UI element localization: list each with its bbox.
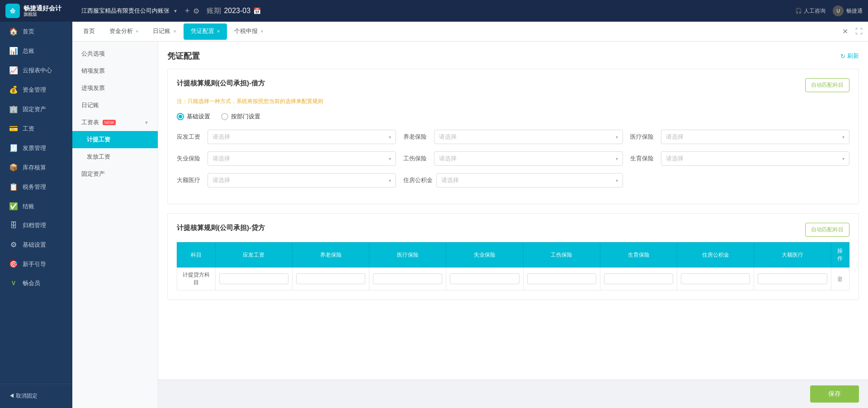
sidebar-item-guide[interactable]: 🎯 新手引导 [0,254,72,274]
tab-journal[interactable]: 日记账 × [146,23,183,40]
sidebar-label-guide: 新手引导 [23,260,46,268]
app-logo: 会 畅捷通好会计 旗舰版 [5,4,78,18]
sidebar-item-settings[interactable]: ⚙ 基础设置 [0,235,72,254]
maternity-label: 生育保险 [630,155,657,163]
row-major-medical-input[interactable] [758,273,827,284]
pension-select[interactable]: 请选择 ▾ [434,130,623,144]
sidebar-item-inventory[interactable]: 📦 库存核算 [0,158,72,177]
sidebar-item-invoice[interactable]: 🧾 发票管理 [0,138,72,158]
debit-section-note: 注：只能选择一种方式，系统将按照您当前的选择来配置规则 [177,98,849,105]
settings-nav-icon: ⚙ [9,240,18,249]
settings-icon[interactable]: ⚙ [193,7,199,15]
sidebar-item-reports[interactable]: 📈 云报表中心 [0,61,72,80]
sidebar-label-ledger: 总账 [23,47,34,55]
tab-tax-close[interactable]: × [260,28,263,34]
refresh-button[interactable]: ↻ 刷新 [840,52,859,60]
row-unemployment-input[interactable] [450,273,519,284]
calendar-icon[interactable]: 📅 [253,7,261,14]
gross-salary-arrow: ▾ [389,135,391,140]
row-injury-input[interactable] [527,273,596,284]
left-nav-payroll-pay[interactable]: 发放工资 [72,148,158,165]
app-edition: 旗舰版 [24,12,61,17]
salary-icon: 💳 [9,124,18,133]
guide-icon: 🎯 [9,260,18,268]
sidebar-item-salary[interactable]: 💳 工资 [0,119,72,138]
major-medical-placeholder: 请选择 [212,176,230,184]
row-gross-input[interactable] [219,273,288,284]
sidebar-item-assets[interactable]: 🏢 固定资产 [0,99,72,119]
left-nav-journal[interactable]: 日记账 [72,97,158,114]
left-nav-salary-table[interactable]: 工资表 NEW ▼ [72,114,158,131]
row-maternity-input[interactable] [604,273,673,284]
app-name: 畅捷通好会计 [24,5,61,12]
radio-basic-settings[interactable]: 基础设置 [177,113,210,121]
debit-form-row-3: 大额医疗 请选择 ▾ 住房公积金 请选择 ▾ [177,173,849,188]
left-nav-payroll-accrual-label: 计提工资 [87,136,110,144]
row-unemployment-input-cell [446,267,523,291]
tab-expand-icon[interactable]: ⛶ [854,26,864,38]
tab-voucher-config[interactable]: 凭证配置 × [184,23,227,40]
sidebar-label-invoice: 发票管理 [23,144,46,152]
add-account-btn[interactable]: + [185,6,190,16]
left-nav-fixed-assets[interactable]: 固定资产 [72,165,158,183]
sidebar-item-settle[interactable]: ✅ 结账 [0,197,72,216]
left-nav-payroll-accrual[interactable]: 计提工资 [72,131,158,148]
unemployment-select[interactable]: 请选择 ▾ [208,151,396,166]
col-unemployment: 失业保险 [446,243,523,267]
unpin-button[interactable]: ◀ 取消固定 [0,389,72,403]
major-medical-select[interactable]: 请选择 ▾ [208,173,396,188]
tab-fund-analysis[interactable]: 资金分析 × [102,23,146,40]
injury-select[interactable]: 请选择 ▾ [434,151,623,166]
tab-voucher-close[interactable]: × [217,28,220,34]
left-nav: 公共选项 销项发票 进项发票 日记账 工资表 NEW ▼ [72,42,158,408]
housing-fund-placeholder: 请选择 [441,176,459,184]
row-pension-input[interactable] [296,273,365,284]
unemployment-arrow: ▾ [389,156,391,161]
medical-select[interactable]: 请选择 ▾ [661,130,849,144]
table-row: 计提贷方科目 🗑 [177,267,849,291]
sidebar-item-funds[interactable]: 💰 资金管理 [0,80,72,99]
delete-row-button[interactable]: 🗑 [837,275,843,282]
sidebar-item-archive[interactable]: 🗄 归档管理 [0,216,72,235]
row-housing-input[interactable] [681,273,750,284]
injury-label: 工伤保险 [403,155,430,163]
row-medical-input[interactable] [373,273,442,284]
left-nav-salary-table-label: 工资表 [81,118,99,127]
maternity-select[interactable]: 请选择 ▾ [661,151,849,166]
maternity-placeholder: 请选择 [666,155,684,163]
tab-tax-return[interactable]: 个税申报 × [227,23,270,40]
support-button[interactable]: 🎧 人工咨询 [795,7,826,15]
col-action: 操作 [831,243,849,267]
field-placeholder [630,173,849,188]
sidebar-item-home[interactable]: 🏠 首页 [0,22,72,41]
sidebar-item-member[interactable]: V 畅会员 [0,274,72,293]
username: 畅捷通 [846,7,863,15]
radio-dept-settings[interactable]: 按部门设置 [221,113,260,121]
sidebar-item-ledger[interactable]: 📊 总账 [0,41,72,61]
sidebar-label-settle: 结账 [23,202,34,211]
tab-fund-close[interactable]: × [136,28,138,34]
sidebar-label-archive: 归档管理 [23,221,46,230]
refresh-label: 刷新 [847,52,859,60]
page-title: 凭证配置 [167,51,200,61]
member-icon: V [9,280,18,286]
medical-placeholder: 请选择 [666,133,684,141]
pension-label: 养老保险 [403,133,430,141]
left-nav-purchase-invoice[interactable]: 进项发票 [72,80,158,97]
tab-home[interactable]: 首页 [76,23,102,40]
left-nav-sales-invoice[interactable]: 销项发票 [72,62,158,80]
gross-salary-select[interactable]: 请选择 ▾ [208,130,396,144]
sidebar-item-tax[interactable]: 📋 税务管理 [0,177,72,197]
tab-bar: 首页 资金分析 × 日记账 × 凭证配置 × 个税申报 × ✕ ⛶ [72,22,868,42]
company-selector[interactable]: 江西服宝精品有限责任公司内账张 ▼ [81,7,178,15]
tab-close-all-icon[interactable]: ✕ [840,25,850,38]
save-button[interactable]: 保存 [810,385,859,403]
user-info[interactable]: U 畅捷通 [833,5,863,16]
debit-auto-match-button[interactable]: 自动匹配科目 [805,78,849,92]
pension-arrow: ▾ [616,135,618,140]
housing-fund-select[interactable]: 请选择 ▾ [436,173,623,188]
col-gross: 应发工资 [215,243,292,267]
tab-journal-close[interactable]: × [173,28,176,34]
credit-auto-match-button[interactable]: 自动匹配科目 [805,223,849,237]
left-nav-public[interactable]: 公共选项 [72,45,158,62]
